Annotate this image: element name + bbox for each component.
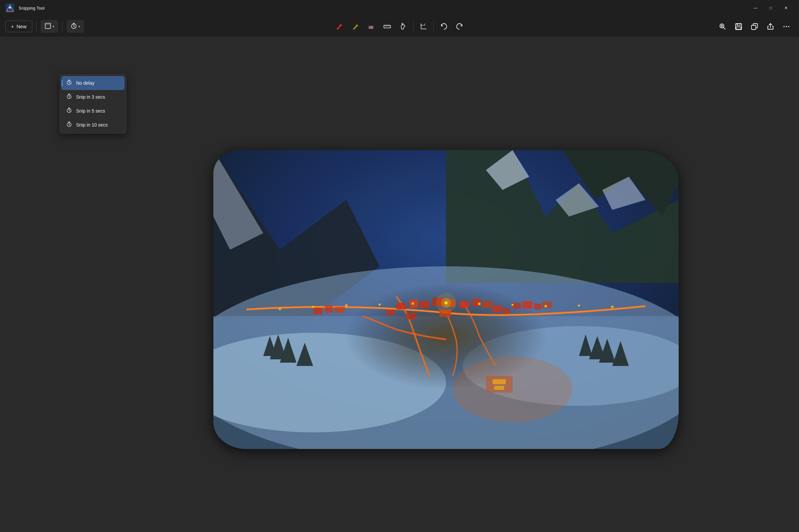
mode-icon [44,23,51,30]
delay-dropdown-menu: No delay Snip in 3 secs [60,74,126,133]
ruler-tool-button[interactable] [380,19,395,34]
svg-rect-14 [370,26,373,28]
svg-point-38 [786,26,787,27]
center-divider-2 [433,22,434,31]
timer-button[interactable]: ▾ [67,20,84,33]
title-bar: Snipping Tool — □ ✕ [0,0,799,16]
new-label: New [17,23,26,29]
toolbar-divider-2 [62,21,62,32]
share-button[interactable] [763,19,778,34]
svg-point-39 [788,26,789,27]
delay-10sec-label: Snip in 10 secs [76,122,108,128]
new-plus-icon: + [11,23,14,29]
delay-no-delay-label: No delay [76,80,94,86]
svg-line-8 [74,26,75,27]
svg-point-37 [783,26,785,27]
svg-line-27 [724,27,726,29]
delay-10sec-item[interactable]: Snip in 10 secs [61,118,125,132]
app-icon [5,3,15,13]
save-button[interactable] [731,19,746,34]
highlighter-tool-button[interactable] [348,19,363,34]
svg-line-101 [69,83,70,83]
clock-icon-3 [66,107,72,115]
delay-3sec-label: Snip in 3 secs [76,94,105,100]
svg-point-21 [402,23,403,24]
svg-line-106 [69,97,70,97]
copy-button[interactable] [747,19,762,34]
toolbar-divider-1 [36,21,37,32]
timer-chevron-icon: ▾ [78,24,80,28]
clock-icon-2 [66,93,72,101]
selected-indicator [61,80,62,86]
svg-rect-33 [738,24,738,25]
clock-icon-4 [66,121,72,129]
redo-button[interactable] [452,19,467,34]
center-divider [413,22,414,31]
svg-rect-35 [751,25,756,30]
close-button[interactable]: ✕ [778,3,794,13]
eraser-tool-button[interactable] [364,19,379,34]
delay-5sec-item[interactable]: Snip in 5 secs [61,104,125,118]
toolbar: + New ▾ [0,16,799,37]
svg-rect-16 [384,25,391,28]
timer-selector-group: ▾ [67,20,84,33]
maximize-button[interactable]: □ [763,3,778,13]
delay-3sec-item[interactable]: Snip in 3 secs [61,90,125,104]
new-button[interactable]: + New [5,21,32,32]
svg-rect-98 [213,150,679,449]
delay-no-delay-item[interactable]: No delay [61,76,125,90]
snip-image-container [213,150,679,449]
zoom-in-button[interactable] [715,19,730,34]
clock-icon-1 [66,79,72,87]
svg-rect-32 [736,27,741,29]
minimize-button[interactable]: — [748,3,763,13]
more-options-button[interactable] [779,19,794,34]
touch-write-button[interactable] [396,19,411,34]
svg-line-111 [69,111,70,111]
crop-tool-button[interactable] [416,19,431,34]
main-content: No delay Snip in 3 secs [0,37,799,532]
pen-tool-button[interactable] [332,19,347,34]
mode-selector-button[interactable]: ▾ [40,20,58,33]
svg-rect-12 [352,29,355,30]
toolbar-right [715,19,794,34]
delay-5sec-label: Snip in 5 secs [76,108,105,114]
mode-chevron-icon: ▾ [53,24,54,28]
window-controls: — □ ✕ [748,3,794,13]
snip-image [213,150,679,449]
window-title: Snipping Tool [19,6,744,11]
mode-selector-group: ▾ [40,20,58,33]
timer-icon [71,23,77,30]
center-tools [332,19,467,34]
svg-rect-4 [45,23,51,28]
svg-line-116 [69,125,70,125]
svg-rect-31 [737,23,740,25]
svg-point-2 [9,7,11,8]
undo-button[interactable] [436,19,451,34]
